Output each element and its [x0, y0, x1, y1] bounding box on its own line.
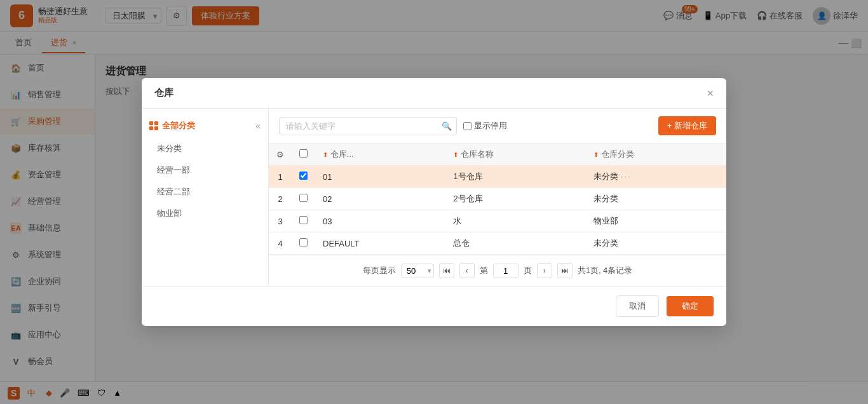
pagination-bar: 每页显示 50 100 200 ⏮ ‹ 第 页 › ⏭ 共1页, 4条记录 [269, 255, 726, 286]
next-page-button[interactable]: › [537, 263, 552, 278]
page-word: 第 [480, 265, 488, 276]
per-page-label: 每页显示 [363, 265, 396, 276]
modal-header: 仓库 × [142, 78, 726, 109]
page-label: 页 [524, 265, 532, 276]
row-check[interactable] [292, 210, 315, 232]
collapse-arrow-icon[interactable]: « [255, 121, 261, 131]
table-panel: 🔍 显示停用 + 新增仓库 ⚙ ⬆ 仓库... ⬆ 仓库名称 [269, 109, 726, 286]
table-row[interactable]: 4 DEFAULT 总仓 未分类 [269, 232, 726, 255]
show-disabled-text: 显示停用 [474, 120, 507, 131]
th-category[interactable]: ⬆ 仓库分类 [586, 144, 726, 166]
warehouse-table: ⚙ ⬆ 仓库... ⬆ 仓库名称 ⬆ 仓库分类 1 01 1号仓库 [269, 144, 726, 255]
table-row[interactable]: 2 02 2号仓库 未分类 [269, 188, 726, 210]
sort-icon-code: ⬆ [323, 151, 328, 158]
category-item-dept2[interactable]: 经营二部 [142, 181, 268, 203]
row-code: 02 [315, 188, 445, 210]
per-page-select[interactable]: 50 100 200 [401, 264, 434, 278]
modal-close-button[interactable]: × [707, 88, 714, 99]
category-panel: 全部分类 « 未分类 经营一部 经营二部 物业部 [142, 109, 269, 286]
row-num: 3 [269, 210, 292, 232]
row-category: 未分类 [586, 232, 726, 255]
table-container: ⚙ ⬆ 仓库... ⬆ 仓库名称 ⬆ 仓库分类 1 01 1号仓库 [269, 144, 726, 255]
th-checkbox [292, 144, 315, 166]
row-name: 水 [445, 210, 586, 232]
table-row[interactable]: 1 01 1号仓库 未分类 ··· [269, 166, 726, 188]
row-checkbox[interactable] [299, 194, 308, 202]
total-info: 共1页, 4条记录 [578, 265, 633, 276]
th-name[interactable]: ⬆ 仓库名称 [445, 144, 586, 166]
modal-body: 全部分类 « 未分类 经营一部 经营二部 物业部 🔍 显示停用 + 新增仓库 [142, 109, 726, 286]
row-check[interactable] [292, 232, 315, 255]
prev-page-button[interactable]: ‹ [459, 263, 475, 278]
more-options-icon[interactable]: ··· [621, 172, 632, 181]
grid-icon [149, 121, 158, 130]
show-disabled-checkbox[interactable] [463, 122, 471, 130]
row-name: 总仓 [445, 232, 586, 255]
category-item-property[interactable]: 物业部 [142, 203, 268, 224]
row-category: 未分类 [586, 188, 726, 210]
row-check[interactable] [292, 166, 315, 188]
all-category-item[interactable]: 全部分类 [149, 120, 195, 131]
sort-icon-name: ⬆ [453, 151, 458, 158]
table-body: 1 01 1号仓库 未分类 ··· 2 02 2号仓库 未分类 [269, 166, 726, 255]
row-category: 未分类 ··· [586, 166, 726, 188]
modal-title: 仓库 [154, 87, 173, 99]
row-checkbox[interactable] [299, 216, 308, 224]
row-name: 1号仓库 [445, 166, 586, 188]
show-disabled-label[interactable]: 显示停用 [463, 120, 507, 131]
last-page-button[interactable]: ⏭ [557, 263, 573, 278]
row-num: 2 [269, 188, 292, 210]
table-toolbar: 🔍 显示停用 + 新增仓库 [269, 109, 726, 144]
page-number-input[interactable] [493, 264, 519, 278]
th-code[interactable]: ⬆ 仓库... [315, 144, 445, 166]
row-code: 01 [315, 166, 445, 188]
table-row[interactable]: 3 03 水 物业部 [269, 210, 726, 232]
cancel-button[interactable]: 取消 [616, 295, 659, 317]
all-category-label: 全部分类 [162, 120, 195, 131]
warehouse-modal: 仓库 × 全部分类 « 未分类 经营一部 经营二部 物业部 [142, 78, 726, 326]
add-warehouse-button[interactable]: + 新增仓库 [658, 116, 716, 135]
category-item-unclassified[interactable]: 未分类 [142, 138, 268, 159]
search-input[interactable] [279, 117, 457, 135]
row-num: 4 [269, 232, 292, 255]
select-all-checkbox[interactable] [299, 149, 308, 158]
table-head: ⚙ ⬆ 仓库... ⬆ 仓库名称 ⬆ 仓库分类 [269, 144, 726, 166]
category-header: 全部分类 « [142, 116, 268, 138]
th-settings[interactable]: ⚙ [269, 144, 292, 166]
search-input-wrap: 🔍 [279, 117, 457, 135]
modal-footer: 取消 确定 [142, 286, 726, 326]
search-icon[interactable]: 🔍 [442, 121, 452, 131]
category-item-dept1[interactable]: 经营一部 [142, 159, 268, 181]
row-checkbox[interactable] [299, 172, 308, 180]
row-category: 物业部 [586, 210, 726, 232]
row-checkbox[interactable] [299, 238, 308, 246]
per-page-select-wrap: 50 100 200 [401, 264, 434, 278]
confirm-button[interactable]: 确定 [667, 296, 714, 316]
row-code: DEFAULT [315, 232, 445, 255]
row-num: 1 [269, 166, 292, 188]
row-check[interactable] [292, 188, 315, 210]
first-page-button[interactable]: ⏮ [439, 263, 454, 278]
row-name: 2号仓库 [445, 188, 586, 210]
sort-icon-category: ⬆ [593, 151, 599, 158]
row-code: 03 [315, 210, 445, 232]
